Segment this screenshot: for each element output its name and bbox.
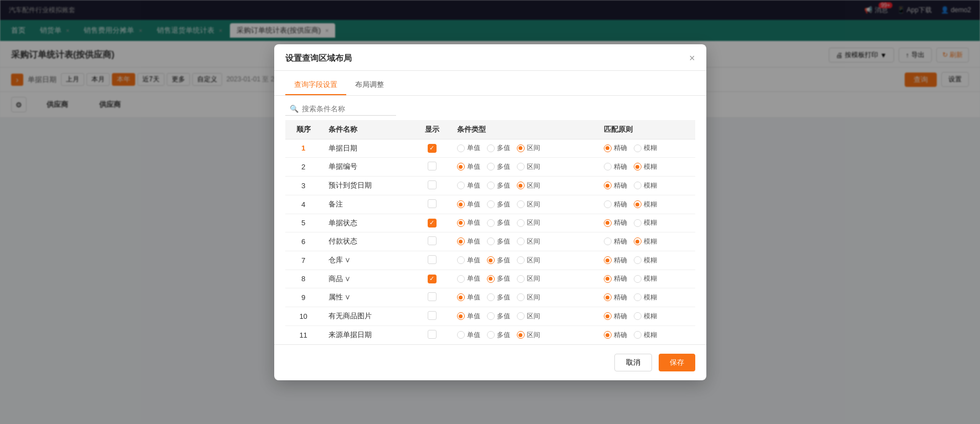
- search-icon: 🔍: [290, 105, 299, 113]
- search-box: 🔍: [285, 102, 396, 116]
- dialog-title: 设置查询区域布局: [285, 53, 352, 64]
- dialog-tab-field-settings[interactable]: 查询字段设置: [285, 75, 346, 95]
- dialog-tabs: 查询字段设置 布局调整: [274, 75, 706, 96]
- dialog-close-btn[interactable]: ×: [689, 53, 695, 63]
- dialog-overlay: 设置查询区域布局 × 查询字段设置 布局调整 🔍 顺序: [0, 0, 980, 118]
- search-input[interactable]: [302, 105, 391, 113]
- settings-dialog: 设置查询区域布局 × 查询字段设置 布局调整 🔍 顺序: [274, 44, 706, 118]
- dialog-header: 设置查询区域布局 ×: [274, 44, 706, 71]
- dialog-tab-layout-adjust[interactable]: 布局调整: [346, 75, 393, 95]
- dialog-search-area: 🔍: [274, 96, 706, 118]
